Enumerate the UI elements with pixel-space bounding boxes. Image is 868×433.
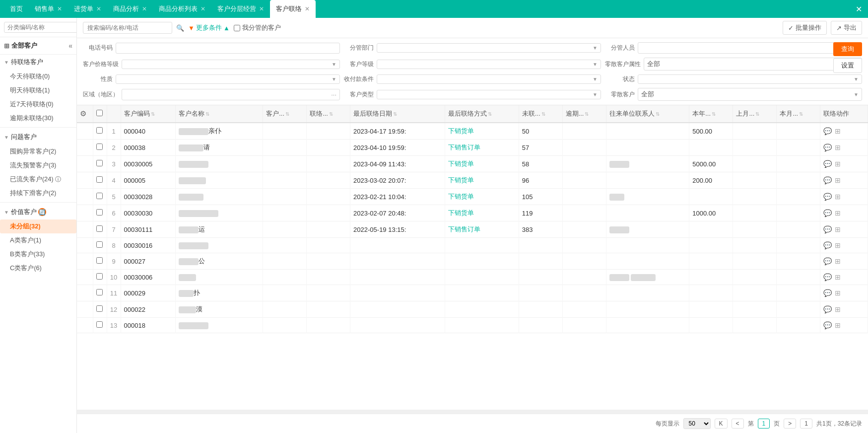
- sidebar-search-input[interactable]: [4, 22, 77, 33]
- grid-action-icon[interactable]: ⊞: [835, 305, 841, 313]
- grid-action-icon[interactable]: ⊞: [835, 241, 841, 249]
- tab-product-analysis[interactable]: 商品分析 ✕: [107, 0, 153, 18]
- sidebar-item-churned[interactable]: 已流失客户(24) ⓘ: [0, 172, 76, 186]
- tab-sales-close[interactable]: ✕: [57, 5, 62, 12]
- sidebar-item-today[interactable]: 今天待联络(0): [0, 70, 76, 83]
- sidebar-collapse-btn[interactable]: «: [68, 42, 72, 50]
- tab-customer-contact-close[interactable]: ✕: [305, 5, 310, 12]
- row-select-checkbox[interactable]: [96, 289, 103, 295]
- settings-icon[interactable]: ⚙: [80, 109, 86, 118]
- tab-product-analysis-list[interactable]: 商品分析列表 ✕: [153, 0, 211, 18]
- sidebar-item-overdue[interactable]: 逾期未联络(30): [0, 111, 76, 125]
- grid-action-icon[interactable]: ⊞: [835, 273, 841, 281]
- col-this-month[interactable]: 本月...⇅: [777, 105, 820, 123]
- sidebar-section-problem-title[interactable]: ▼ 问题客户: [0, 130, 76, 144]
- sidebar-item-abnormal[interactable]: 囤购异常客户(2): [0, 144, 76, 158]
- chat-icon[interactable]: 💬: [823, 209, 832, 217]
- chat-icon[interactable]: 💬: [823, 321, 832, 329]
- row-select-checkbox[interactable]: [96, 305, 103, 312]
- sidebar-section-value-title[interactable]: ▼ 价值客户 🔄: [0, 205, 76, 219]
- tab-purchase-close[interactable]: ✕: [96, 5, 101, 12]
- row-select-checkbox[interactable]: [96, 176, 103, 183]
- col-customer-code[interactable]: 客户编码⇅: [121, 105, 175, 123]
- chat-icon[interactable]: 💬: [823, 193, 832, 201]
- grid-action-icon[interactable]: ⊞: [835, 321, 841, 329]
- select-all-checkbox[interactable]: [96, 110, 103, 116]
- scatter-attr-select[interactable]: 全部 ▼: [644, 58, 862, 71]
- last-method-link[interactable]: 下销货单: [448, 193, 474, 200]
- prev-page-button[interactable]: <: [732, 419, 744, 429]
- chat-icon[interactable]: 💬: [823, 225, 832, 233]
- col-settings[interactable]: ⚙: [77, 105, 93, 123]
- row-select-checkbox[interactable]: [96, 144, 103, 150]
- sidebar-item-tomorrow[interactable]: 明天待联络(1): [0, 83, 76, 97]
- chat-icon[interactable]: 💬: [823, 273, 832, 281]
- tab-purchase[interactable]: 进货单 ✕: [68, 0, 107, 18]
- row-select-checkbox[interactable]: [96, 273, 103, 280]
- sidebar-item-class-c[interactable]: C类客户(6): [0, 261, 76, 275]
- col-last-date[interactable]: 最后联络日期⇅: [350, 105, 445, 123]
- tab-sales[interactable]: 销售单 ✕: [29, 0, 68, 18]
- chat-icon[interactable]: 💬: [823, 144, 832, 151]
- chat-icon[interactable]: 💬: [823, 289, 832, 297]
- grid-action-icon[interactable]: ⊞: [835, 193, 841, 201]
- col-contacts[interactable]: 往来单位联系人⇅: [606, 105, 689, 123]
- last-method-link[interactable]: 下销货单: [448, 176, 474, 184]
- col-last-month[interactable]: 上月...⇅: [733, 105, 777, 123]
- filter-search-icon[interactable]: 🔍: [176, 24, 184, 32]
- grid-action-icon[interactable]: ⊞: [835, 160, 841, 168]
- sidebar-item-churn-warning[interactable]: 流失预警客户(3): [0, 158, 76, 172]
- reset-button[interactable]: 设置: [833, 58, 862, 73]
- tab-customer-layer[interactable]: 客户分层经营 ✕: [211, 0, 270, 18]
- col-overdue[interactable]: 逾期...⇅: [562, 105, 606, 123]
- my-customers-checkbox[interactable]: [234, 25, 240, 31]
- nature-select[interactable]: ▼: [116, 74, 340, 84]
- more-conditions-button[interactable]: ▼ 更多条件 ▲: [188, 23, 230, 32]
- chat-icon[interactable]: 💬: [823, 305, 832, 313]
- sidebar-item-declining[interactable]: 持续下滑客户(2): [0, 186, 76, 200]
- sidebar-item-unclassified[interactable]: 未分组(32): [0, 219, 76, 233]
- first-page-button[interactable]: K: [715, 419, 728, 429]
- col-contact[interactable]: 联络...⇅: [307, 105, 350, 123]
- grid-action-icon[interactable]: ⊞: [835, 257, 841, 265]
- person-select[interactable]: ···: [638, 42, 862, 54]
- tab-product-analysis-close[interactable]: ✕: [142, 5, 147, 12]
- col-last-method[interactable]: 最后联络方式⇅: [445, 105, 519, 123]
- chat-icon[interactable]: 💬: [823, 127, 832, 135]
- scatter-select[interactable]: 全部 ▼: [638, 88, 862, 101]
- last-method-link[interactable]: 下销货单: [448, 209, 474, 216]
- export-button[interactable]: ↗ 导出: [831, 21, 862, 35]
- region-select[interactable]: ···: [122, 89, 340, 100]
- chat-icon[interactable]: 💬: [823, 257, 832, 265]
- grid-action-icon[interactable]: ⊞: [835, 144, 841, 151]
- tab-customer-contact[interactable]: 客户联络 ✕: [270, 0, 316, 18]
- last-method-link[interactable]: 下销货单: [448, 160, 474, 167]
- last-method-link[interactable]: 下销货单: [448, 127, 474, 135]
- col-no-contact[interactable]: 未联...⇅: [519, 105, 562, 123]
- last-page-button[interactable]: 1: [800, 419, 812, 429]
- grid-action-icon[interactable]: ⊞: [835, 209, 841, 217]
- chat-icon[interactable]: 💬: [823, 176, 832, 184]
- my-customers-checkbox-label[interactable]: 我分管的客户: [234, 23, 281, 32]
- price-level-select[interactable]: ▼: [122, 60, 340, 69]
- batch-operation-button[interactable]: ✓ 批量操作: [783, 21, 827, 35]
- row-select-checkbox[interactable]: [96, 257, 103, 264]
- row-select-checkbox[interactable]: [96, 127, 103, 134]
- tab-home[interactable]: 首页: [4, 0, 29, 18]
- row-select-checkbox[interactable]: [96, 321, 103, 328]
- grid-action-icon[interactable]: ⊞: [835, 225, 841, 233]
- grid-action-icon[interactable]: ⊞: [835, 176, 841, 184]
- next-page-button[interactable]: >: [784, 419, 796, 429]
- status-select[interactable]: ▼: [638, 74, 862, 84]
- payment-select[interactable]: ▼: [377, 74, 601, 84]
- dots-icon-region[interactable]: ···: [331, 91, 336, 98]
- last-method-link[interactable]: 下销售订单: [448, 225, 480, 233]
- grid-action-icon[interactable]: ⊞: [835, 289, 841, 297]
- per-page-select[interactable]: 50 20 100: [683, 418, 711, 429]
- last-method-link[interactable]: 下销售订单: [448, 144, 480, 151]
- sidebar-item-7days[interactable]: 近7天待联络(0): [0, 97, 76, 111]
- nav-close-icon[interactable]: ✕: [854, 2, 864, 16]
- tab-customer-layer-close[interactable]: ✕: [259, 5, 264, 12]
- col-this-year[interactable]: 本年...⇅: [689, 105, 733, 123]
- sidebar-item-class-b[interactable]: B类客户(33): [0, 247, 76, 261]
